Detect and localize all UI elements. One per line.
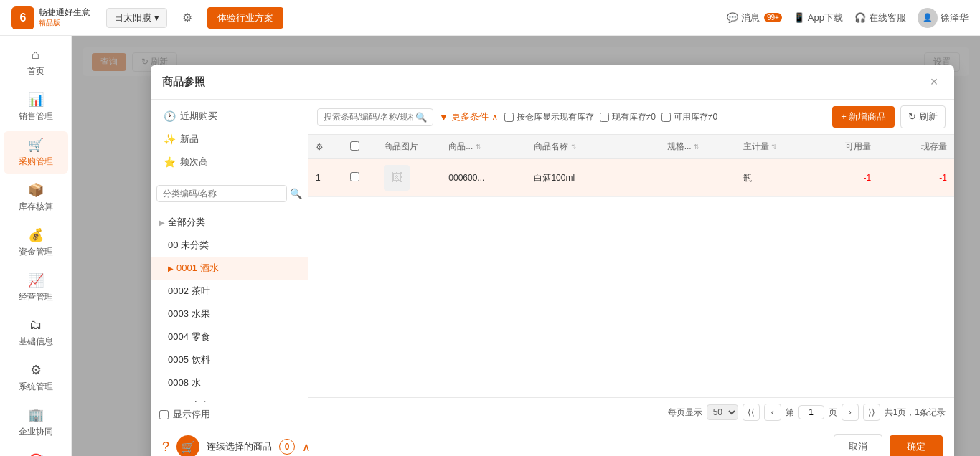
th-settings[interactable]: ⚙ bbox=[308, 135, 343, 159]
sidebar-item-guide[interactable]: 🎯 新手引导 bbox=[4, 447, 68, 456]
enterprise-icon: 🏢 bbox=[28, 407, 44, 423]
cat-item-0002[interactable]: 0002 茶叶 bbox=[151, 280, 308, 303]
cat-item-0001[interactable]: ▶ 0001 酒水 bbox=[151, 257, 308, 280]
add-product-button[interactable]: + 新增商品 bbox=[832, 106, 895, 128]
per-page-select[interactable]: 50 bbox=[707, 404, 738, 420]
confirm-button[interactable]: 确定 bbox=[890, 435, 943, 456]
sidebar-item-home[interactable]: ⌂ 首页 bbox=[4, 42, 68, 83]
checkbox-avail-input[interactable] bbox=[661, 113, 671, 122]
filter-icon: ▼ bbox=[439, 112, 448, 123]
th-code[interactable]: 商品... ⇅ bbox=[441, 135, 527, 159]
checkbox-avail[interactable]: 可用库存≠0 bbox=[661, 111, 717, 123]
user-avatar: 👤 bbox=[918, 8, 938, 28]
modal-footer: ? 🛒 连续选择的商品 0 ∧ 取消 确定 bbox=[151, 427, 954, 456]
filter-btn[interactable]: ▼ 更多条件 ∧ bbox=[439, 110, 499, 123]
tab-recent[interactable]: 🕐 近期购买 bbox=[156, 105, 302, 127]
cat-item-00[interactable]: 00 未分类 bbox=[151, 234, 308, 257]
checkbox-stock-input[interactable] bbox=[600, 113, 609, 122]
th-unit[interactable]: 主计量 ⇅ bbox=[736, 135, 803, 159]
td-avail: -1 bbox=[802, 159, 878, 197]
modal-body: 🕐 近期购买 ✨ 新品 ⭐ 频次高 bbox=[151, 100, 954, 427]
sidebar-item-basic[interactable]: 🗂 基础信息 bbox=[4, 312, 68, 353]
sort-name-icon: ⇅ bbox=[571, 143, 577, 151]
help-icon[interactable]: ? bbox=[162, 440, 169, 455]
messages-item[interactable]: 💬 消息 99+ bbox=[727, 11, 782, 24]
online-service-item[interactable]: 🎧 在线客服 bbox=[854, 11, 906, 24]
row-checkbox[interactable] bbox=[350, 172, 359, 181]
td-checkbox[interactable] bbox=[343, 159, 377, 197]
sidebar-label-finance: 资金管理 bbox=[19, 246, 53, 258]
category-search-input[interactable] bbox=[156, 185, 287, 202]
cat-item-0005[interactable]: 0005 饮料 bbox=[151, 348, 308, 371]
show-disabled-checkbox[interactable] bbox=[159, 410, 169, 419]
th-avail[interactable]: 可用量 bbox=[802, 135, 878, 159]
td-stock: -1 bbox=[878, 159, 954, 197]
first-page-btn[interactable]: ⟨⟨ bbox=[743, 404, 760, 421]
sidebar-item-enterprise[interactable]: 🏢 企业协同 bbox=[4, 402, 68, 444]
th-name[interactable]: 商品名称 ⇅ bbox=[527, 135, 659, 159]
tab-frequent[interactable]: ⭐ 频次高 bbox=[156, 151, 302, 173]
td-spec bbox=[660, 159, 736, 197]
pagination-bar: 每页显示 50 ⟨⟨ ‹ 第 页 › ⟩⟩ 共1页，1条记录 bbox=[308, 397, 954, 427]
tab-new[interactable]: ✨ 新品 bbox=[156, 128, 302, 150]
message-icon: 💬 bbox=[727, 12, 738, 23]
sidebar-item-inventory[interactable]: 📦 库存核算 bbox=[4, 176, 68, 219]
cat-item-all[interactable]: ▶ 全部分类 bbox=[151, 211, 308, 234]
cat-item-0008[interactable]: 0008 水 bbox=[151, 371, 308, 394]
store-dropdown[interactable]: 日太阳膜 ▾ bbox=[106, 8, 167, 28]
table-row[interactable]: 1 🖼 000600... 白酒100ml bbox=[308, 159, 954, 197]
search-submit-icon[interactable]: 🔍 bbox=[415, 112, 427, 123]
app-download-item[interactable]: 📱 App下载 bbox=[793, 11, 843, 24]
new-icon: ✨ bbox=[164, 133, 176, 145]
collapse-footer-icon[interactable]: ∧ bbox=[302, 440, 311, 454]
modal-title: 商品参照 bbox=[162, 75, 205, 89]
cat-0005-label: 0005 饮料 bbox=[168, 353, 210, 366]
sidebar-item-purchase[interactable]: 🛒 采购管理 bbox=[4, 131, 68, 174]
sort-spec-icon: ⇅ bbox=[694, 143, 699, 151]
product-search-input[interactable] bbox=[324, 112, 413, 122]
refresh-button[interactable]: ↻ 刷新 bbox=[900, 105, 946, 128]
th-checkbox[interactable] bbox=[343, 135, 377, 159]
purchase-icon: 🛒 bbox=[28, 137, 44, 153]
modal-header: 商品参照 × bbox=[151, 65, 954, 100]
cat-item-0010[interactable]: 0010 家电 bbox=[151, 394, 308, 402]
cat-0003-label: 0003 水果 bbox=[168, 308, 210, 320]
cat-0008-label: 0008 水 bbox=[168, 376, 201, 389]
sidebar-label-home: 首页 bbox=[27, 65, 44, 77]
settings-icon-btn[interactable]: ⚙ bbox=[176, 6, 199, 29]
page-number-input[interactable] bbox=[798, 405, 824, 419]
select-all-checkbox[interactable] bbox=[350, 141, 359, 151]
sidebar-item-finance[interactable]: 💰 资金管理 bbox=[4, 222, 68, 264]
left-panel: 🕐 近期购买 ✨ 新品 ⭐ 频次高 bbox=[151, 100, 308, 427]
cat-item-0003[interactable]: 0003 水果 bbox=[151, 303, 308, 326]
sidebar-item-operations[interactable]: 📈 经营管理 bbox=[4, 267, 68, 309]
search-icon[interactable]: 🔍 bbox=[290, 188, 302, 199]
app-download-label: App下载 bbox=[808, 11, 843, 24]
cancel-button[interactable]: 取消 bbox=[834, 434, 882, 456]
next-page-btn[interactable]: › bbox=[842, 404, 859, 421]
per-page-label: 每页显示 bbox=[668, 407, 702, 419]
sidebar-item-system[interactable]: ⚙ 系统管理 bbox=[4, 356, 68, 399]
checkbox-stock-label: 现有库存≠0 bbox=[612, 111, 656, 123]
last-page-btn[interactable]: ⟩⟩ bbox=[863, 404, 880, 421]
cart-icon[interactable]: 🛒 bbox=[176, 435, 199, 456]
checkbox-warehouse[interactable]: 按仓库显示现有库存 bbox=[504, 111, 594, 123]
user-item[interactable]: 👤 徐泽华 bbox=[918, 8, 969, 28]
page-suffix-label: 页 bbox=[829, 407, 837, 419]
th-stock[interactable]: 现存量 bbox=[878, 135, 954, 159]
sales-icon: 📊 bbox=[28, 92, 44, 108]
sidebar-item-sales[interactable]: 📊 销售管理 bbox=[4, 86, 68, 128]
cta-button[interactable]: 体验行业方案 bbox=[207, 7, 283, 29]
cat-all-label: 全部分类 bbox=[168, 216, 205, 229]
show-disabled-label: 显示停用 bbox=[173, 408, 210, 421]
cat-0002-label: 0002 茶叶 bbox=[168, 285, 210, 298]
cat-item-0004[interactable]: 0004 零食 bbox=[151, 326, 308, 348]
navbar-right: 💬 消息 99+ 📱 App下载 🎧 在线客服 👤 徐泽华 bbox=[727, 8, 969, 28]
checkbox-stock[interactable]: 现有库存≠0 bbox=[600, 111, 656, 123]
logo-text-wrap: 畅捷通好生意 精品版 bbox=[39, 7, 90, 29]
navbar: 6 畅捷通好生意 精品版 日太阳膜 ▾ ⚙ 体验行业方案 💬 消息 99+ 📱 … bbox=[0, 0, 980, 36]
checkbox-warehouse-input[interactable] bbox=[504, 113, 514, 122]
th-spec[interactable]: 规格... ⇅ bbox=[660, 135, 736, 159]
modal-close-button[interactable]: × bbox=[925, 73, 943, 90]
prev-page-btn[interactable]: ‹ bbox=[764, 404, 781, 421]
